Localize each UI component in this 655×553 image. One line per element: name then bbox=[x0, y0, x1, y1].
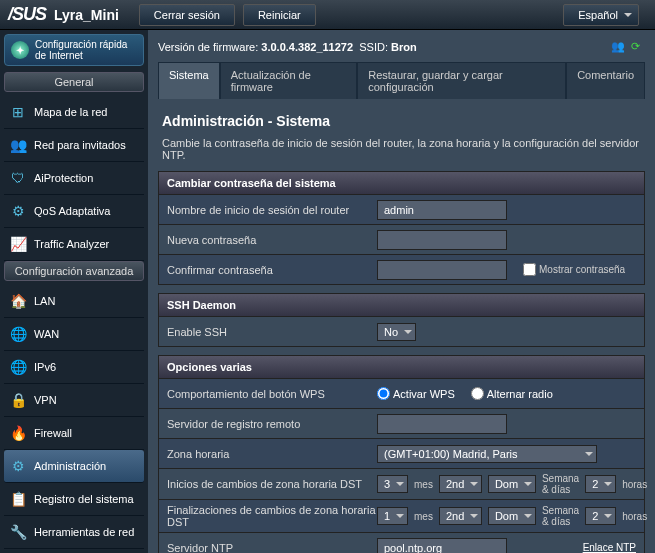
sidebar-section-general: General bbox=[4, 72, 144, 92]
show-password-checkbox[interactable]: Mostrar contraseña bbox=[523, 263, 625, 276]
nav-icon: 🔒 bbox=[8, 390, 28, 410]
sidebar-section-advanced: Configuración avanzada bbox=[4, 261, 144, 281]
ssid-label: SSID: bbox=[359, 41, 388, 53]
nav-label: AiProtection bbox=[34, 172, 93, 184]
tabs: Sistema Actualización de firmware Restau… bbox=[158, 62, 645, 99]
status-icon[interactable]: ⟳ bbox=[631, 40, 645, 54]
nav-label: LAN bbox=[34, 295, 55, 307]
nav-label: Red para invitados bbox=[34, 139, 126, 151]
nav-label: WAN bbox=[34, 328, 59, 340]
model-name: Lyra_Mini bbox=[54, 7, 119, 23]
sidebar-item[interactable]: 📋Registro del sistema bbox=[4, 483, 144, 516]
quick-setup-label: Configuración rápida de Internet bbox=[35, 39, 137, 61]
row-router-login: Nombre de inicio de sesión del router bbox=[158, 195, 645, 225]
sidebar: ✦ Configuración rápida de Internet Gener… bbox=[0, 30, 148, 553]
nav-label: Mapa de la red bbox=[34, 106, 107, 118]
nav-icon: 🌐 bbox=[8, 357, 28, 377]
dst-start-hour[interactable]: 2 bbox=[585, 475, 616, 493]
router-login-input[interactable] bbox=[377, 200, 507, 220]
nav-icon: 🔥 bbox=[8, 423, 28, 443]
logout-button[interactable]: Cerrar sesión bbox=[139, 4, 235, 26]
nav-icon: 📋 bbox=[8, 489, 28, 509]
users-icon[interactable]: 👥 bbox=[611, 40, 625, 54]
nav-icon: 👥 bbox=[8, 135, 28, 155]
new-password-input[interactable] bbox=[377, 230, 507, 250]
group-misc-header: Opciones varias bbox=[158, 355, 645, 379]
chevron-down-icon bbox=[624, 13, 632, 17]
sidebar-item[interactable]: ⊞Mapa de la red bbox=[4, 96, 144, 129]
nav-label: Administración bbox=[34, 460, 106, 472]
dst-end-week[interactable]: 2nd bbox=[439, 507, 482, 525]
group-password-header: Cambiar contraseña del sistema bbox=[158, 171, 645, 195]
nav-label: Firewall bbox=[34, 427, 72, 439]
dst-end-month[interactable]: 1 bbox=[377, 507, 408, 525]
nav-label: Traffic Analyzer bbox=[34, 238, 109, 250]
main-panel: Versión de firmware: 3.0.0.4.382_11272 S… bbox=[148, 30, 655, 553]
tab-comment[interactable]: Comentario bbox=[566, 62, 645, 99]
row-timezone: Zona horaria (GMT+01:00) Madrid, Paris bbox=[158, 439, 645, 469]
wps-toggle-radio[interactable]: Alternar radio bbox=[471, 387, 553, 400]
sidebar-item[interactable]: ⚙QoS Adaptativa bbox=[4, 195, 144, 228]
tab-restore[interactable]: Restaurar, guardar y cargar configuració… bbox=[357, 62, 566, 99]
nav-icon: 🌐 bbox=[8, 324, 28, 344]
sidebar-item[interactable]: 🔒VPN bbox=[4, 384, 144, 417]
row-dst-start: Inicios de cambios de zona horaria DST 3… bbox=[158, 469, 645, 500]
nav-icon: ⊞ bbox=[8, 102, 28, 122]
nav-icon: 🛡 bbox=[8, 168, 28, 188]
page-title: Administración - Sistema bbox=[158, 99, 645, 137]
timezone-select[interactable]: (GMT+01:00) Madrid, Paris bbox=[377, 445, 597, 463]
fw-version: 3.0.0.4.382_11272 bbox=[261, 41, 353, 53]
enable-ssh-select[interactable]: No bbox=[377, 323, 416, 341]
syslog-input[interactable] bbox=[377, 414, 507, 434]
nav-label: VPN bbox=[34, 394, 57, 406]
firmware-bar: Versión de firmware: 3.0.0.4.382_11272 S… bbox=[158, 36, 645, 58]
nav-icon: ⚙ bbox=[8, 201, 28, 221]
confirm-password-input[interactable] bbox=[377, 260, 507, 280]
dst-start-day[interactable]: Dom bbox=[488, 475, 536, 493]
language-dropdown[interactable]: Español bbox=[563, 4, 639, 26]
row-wps: Comportamiento del botón WPS Activar WPS… bbox=[158, 379, 645, 409]
ntp-link[interactable]: Enlace NTP bbox=[583, 542, 636, 553]
dst-end-day[interactable]: Dom bbox=[488, 507, 536, 525]
magic-wand-icon: ✦ bbox=[11, 41, 29, 59]
fw-label: Versión de firmware: bbox=[158, 41, 258, 53]
tab-firmware-update[interactable]: Actualización de firmware bbox=[220, 62, 357, 99]
nav-label: Registro del sistema bbox=[34, 493, 134, 505]
sidebar-item[interactable]: 👥Red para invitados bbox=[4, 129, 144, 162]
nav-label: QoS Adaptativa bbox=[34, 205, 110, 217]
dst-start-week[interactable]: 2nd bbox=[439, 475, 482, 493]
sidebar-item[interactable]: 📈Traffic Analyzer bbox=[4, 228, 144, 261]
group-ssh-header: SSH Daemon bbox=[158, 293, 645, 317]
page-description: Cambie la contraseña de inicio de sesión… bbox=[158, 137, 645, 171]
sidebar-item[interactable]: 🔧Herramientas de red bbox=[4, 516, 144, 549]
row-confirm-password: Confirmar contraseña Mostrar contraseña bbox=[158, 255, 645, 285]
ntp-server-input[interactable] bbox=[377, 538, 507, 554]
nav-icon: 🔧 bbox=[8, 522, 28, 542]
tab-system[interactable]: Sistema bbox=[158, 62, 220, 99]
row-dst-end: Finalizaciones de cambios de zona horari… bbox=[158, 500, 645, 533]
quick-internet-setup[interactable]: ✦ Configuración rápida de Internet bbox=[4, 34, 144, 66]
nav-icon: 📈 bbox=[8, 234, 28, 254]
row-syslog: Servidor de registro remoto bbox=[158, 409, 645, 439]
wps-activate-radio[interactable]: Activar WPS bbox=[377, 387, 455, 400]
nav-icon: 🏠 bbox=[8, 291, 28, 311]
row-enable-ssh: Enable SSH No bbox=[158, 317, 645, 347]
row-ntp: Servidor NTP Enlace NTP bbox=[158, 533, 645, 553]
nav-label: Herramientas de red bbox=[34, 526, 134, 538]
dst-end-hour[interactable]: 2 bbox=[585, 507, 616, 525]
ssid-value: Bron bbox=[391, 41, 417, 53]
sidebar-item[interactable]: 🌐WAN bbox=[4, 318, 144, 351]
dst-start-month[interactable]: 3 bbox=[377, 475, 408, 493]
row-new-password: Nueva contraseña bbox=[158, 225, 645, 255]
reboot-button[interactable]: Reiniciar bbox=[243, 4, 316, 26]
nav-label: IPv6 bbox=[34, 361, 56, 373]
sidebar-item[interactable]: 🛡AiProtection bbox=[4, 162, 144, 195]
topbar: /SUS Lyra_Mini Cerrar sesión Reiniciar E… bbox=[0, 0, 655, 30]
sidebar-item[interactable]: 🔥Firewall bbox=[4, 417, 144, 450]
sidebar-item[interactable]: ⚙Administración bbox=[4, 450, 144, 483]
brand-logo: /SUS bbox=[8, 4, 46, 25]
sidebar-item[interactable]: 🌐IPv6 bbox=[4, 351, 144, 384]
sidebar-item[interactable]: 🏠LAN bbox=[4, 285, 144, 318]
nav-icon: ⚙ bbox=[8, 456, 28, 476]
